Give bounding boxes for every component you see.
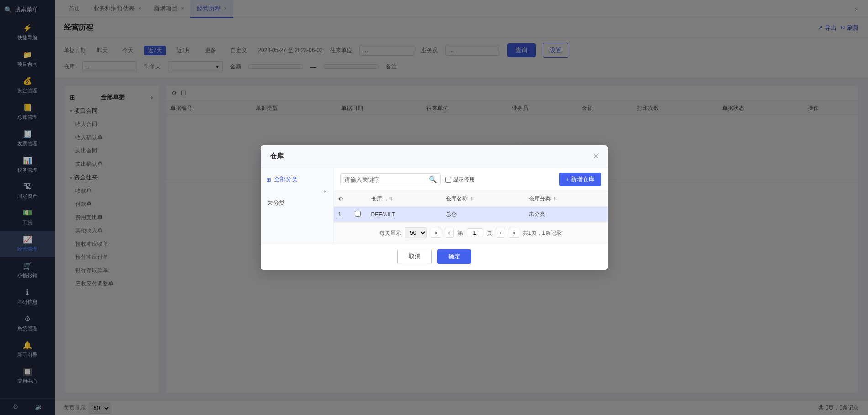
modal-last-page[interactable]: » xyxy=(509,228,519,238)
modal-left-panel: ⊞ 全部分类 « 未分类 xyxy=(261,168,334,243)
modal-page-suffix: 页 xyxy=(487,229,492,237)
row-num: 1 xyxy=(334,207,350,222)
show-disabled-label: 显示停用 xyxy=(453,176,475,184)
modal-footer: 取消 确定 xyxy=(261,243,608,270)
modal-header: 仓库 × xyxy=(261,145,608,168)
modal-warehouse-table: ⚙ 仓库... ⇅ 仓库名称 ⇅ 仓库分类 ⇅ xyxy=(334,191,608,222)
row-code: DEFAULT xyxy=(367,207,442,222)
warehouse-search-icon: 🔍 xyxy=(429,176,437,183)
modal-uncategorized-label: 未分类 xyxy=(267,200,285,206)
modal-close-button[interactable]: × xyxy=(594,152,599,161)
modal-col-checkbox xyxy=(350,191,367,207)
modal-table-area: ⚙ 仓库... ⇅ 仓库名称 ⇅ 仓库分类 ⇅ xyxy=(334,191,608,222)
modal-col-category: 仓库分类 ⇅ xyxy=(524,191,607,207)
modal-pagination: 每页显示 50 « ‹ 第 页 › » 共1页，1条记录 xyxy=(334,222,608,243)
modal-col-settings: ⚙ xyxy=(334,191,350,207)
row-select-check[interactable] xyxy=(355,211,361,217)
show-disabled-check[interactable] xyxy=(445,177,451,183)
modal-page-input[interactable] xyxy=(467,228,483,237)
modal-left-collapse[interactable]: « xyxy=(320,186,331,196)
category-sort-icon: ⇅ xyxy=(553,196,557,201)
modal-all-categories-label: 全部分类 xyxy=(274,175,298,184)
modal-grid-icon: ⊞ xyxy=(266,176,271,183)
modal-per-page-label: 每页显示 xyxy=(379,229,401,237)
row-checkbox[interactable] xyxy=(350,207,367,222)
modal-left-uncategorized[interactable]: 未分类 xyxy=(261,196,333,210)
modal-per-page-select[interactable]: 50 xyxy=(405,227,427,238)
modal-page-label: 第 xyxy=(458,229,463,237)
code-sort-icon: ⇅ xyxy=(389,196,393,201)
show-disabled-checkbox[interactable]: 显示停用 xyxy=(445,176,475,184)
name-sort-icon: ⇅ xyxy=(470,196,474,201)
modal-total-text: 共1页，1条记录 xyxy=(523,229,562,237)
modal-right-toolbar: 🔍 显示停用 + 新增仓库 xyxy=(334,168,608,191)
modal-col-code: 仓库... ⇅ xyxy=(367,191,442,207)
warehouse-modal: 仓库 × ⊞ 全部分类 « 未分类 xyxy=(261,145,608,270)
modal-title: 仓库 xyxy=(270,152,284,161)
modal-overlay: 仓库 × ⊞ 全部分类 « 未分类 xyxy=(0,0,868,415)
modal-left-header[interactable]: ⊞ 全部分类 xyxy=(261,173,333,186)
modal-prev-page[interactable]: ‹ xyxy=(445,228,454,238)
modal-right-panel: 🔍 显示停用 + 新增仓库 ⚙ xyxy=(334,168,608,243)
row-name: 总仓 xyxy=(441,207,524,222)
modal-confirm-button[interactable]: 确定 xyxy=(437,249,471,264)
modal-first-page[interactable]: « xyxy=(431,228,441,238)
warehouse-search-box[interactable]: 🔍 xyxy=(340,173,441,185)
modal-body: ⊞ 全部分类 « 未分类 🔍 xyxy=(261,168,608,243)
warehouse-search-input[interactable] xyxy=(344,176,429,183)
modal-cancel-button[interactable]: 取消 xyxy=(397,249,432,264)
modal-col-name: 仓库名称 ⇅ xyxy=(441,191,524,207)
modal-next-page[interactable]: › xyxy=(496,228,505,238)
row-category: 未分类 xyxy=(524,207,607,222)
add-warehouse-button[interactable]: + 新增仓库 xyxy=(559,173,601,186)
warehouse-table-row[interactable]: 1 DEFAULT 总仓 未分类 xyxy=(334,207,608,222)
